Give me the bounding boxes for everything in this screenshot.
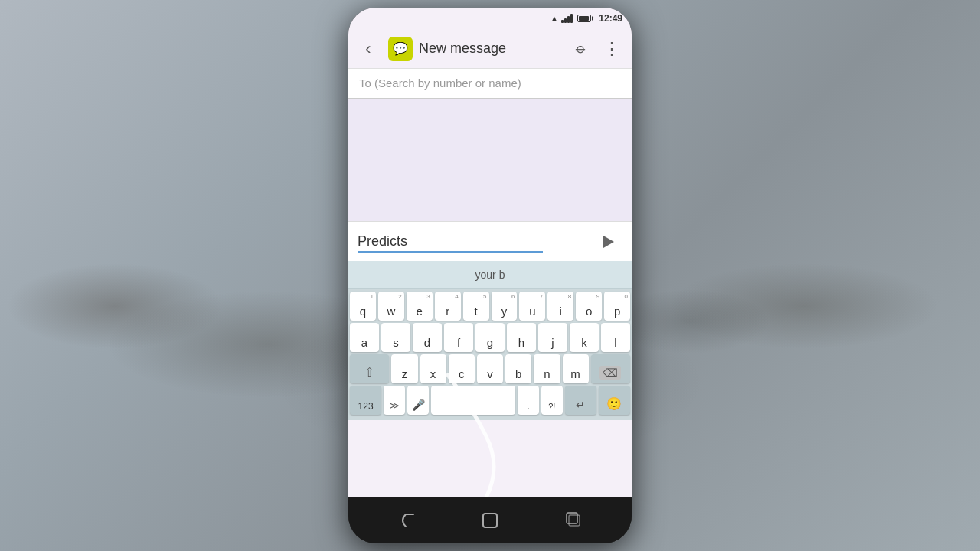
keyboard: 1q 2w 3e 4r 5t 6y 7u 8i 9o 0p a s d f g … [348,289,632,420]
mic-key[interactable]: 🎤 [407,386,429,415]
svg-rect-2 [569,515,580,526]
key-q[interactable]: 1q [350,292,376,321]
key-z[interactable]: z [391,354,417,383]
keyboard-row-1: 1q 2w 3e 4r 5t 6y 7u 8i 9o 0p [350,292,630,321]
to-input-placeholder[interactable]: To (Search by number or name) [359,77,521,90]
more-icon: ⋮ [603,41,621,57]
signal-icon [561,14,573,23]
shift-icon: ⇧ [364,365,374,380]
prediction-text: Predicts [358,233,589,249]
key-g[interactable]: g [475,323,505,352]
svg-rect-1 [483,514,497,527]
prediction-text-area: Predicts [358,233,589,249]
send-button[interactable] [595,228,622,256]
question-key[interactable]: ?! [541,386,563,415]
to-field[interactable]: To (Search by number or name) [348,69,632,99]
battery-icon [577,15,591,22]
prediction-underline [358,251,543,253]
back-button[interactable]: ‹ [354,35,382,63]
swype-icon: ≫ [390,400,400,411]
key-h[interactable]: h [507,323,536,352]
app-bar: ‹ 💬 New message ⌀ ⋮ [348,29,632,69]
key-k[interactable]: k [570,323,599,352]
key-p[interactable]: 0p [604,292,630,321]
key-y[interactable]: 6y [492,292,518,321]
nav-back-button[interactable] [390,509,421,532]
swype-key[interactable]: ≫ [384,386,405,415]
suggestion-text: your b [475,269,505,281]
prediction-bar: Predicts [348,221,632,261]
nav-back-icon [395,513,416,528]
symbols-key[interactable]: 123 [350,386,381,415]
key-v[interactable]: v [477,354,503,383]
key-j[interactable]: j [538,323,567,352]
signal-bar-2 [564,18,567,23]
key-c[interactable]: c [449,354,475,383]
app-logo-symbol: 💬 [393,41,408,56]
backspace-key[interactable]: ⌫ [591,354,630,383]
space-key[interactable] [431,386,515,415]
status-icons: ▲ [550,14,591,23]
attach-button[interactable]: ⌀ [567,35,595,63]
shift-key[interactable]: ⇧ [350,354,389,383]
key-t[interactable]: 5t [463,292,489,321]
back-icon: ‹ [365,39,371,59]
nav-recent-button[interactable] [559,509,590,532]
key-m[interactable]: m [563,354,589,383]
keyboard-row-4: 123 ≫ 🎤 . ?! ↵ [350,386,630,415]
signal-bar-1 [561,20,564,23]
key-x[interactable]: x [420,354,446,383]
mic-icon: 🎤 [412,399,425,411]
key-n[interactable]: n [534,354,560,383]
battery-fill [579,16,589,21]
key-a[interactable]: a [350,323,379,352]
key-l[interactable]: l [601,323,630,352]
period-label: . [527,399,530,411]
return-key[interactable]: ↵ [565,386,596,415]
emoji-icon: 🙂 [606,396,622,411]
key-w[interactable]: 2w [378,292,404,321]
nav-bar [348,497,632,543]
keyboard-suggestion-row[interactable]: your b [348,261,632,289]
key-r[interactable]: 4r [435,292,461,321]
svg-rect-3 [567,513,577,523]
key-u[interactable]: 7u [519,292,545,321]
signal-bar-4 [570,14,573,23]
period-key[interactable]: . [518,386,539,415]
phone-shell: ▲ 12:49 ‹ 💬 [348,8,632,543]
backspace-icon: ⌫ [599,366,621,380]
symbols-label: 123 [358,402,374,411]
phone-screen: ▲ 12:49 ‹ 💬 [348,8,632,497]
nav-home-button[interactable] [475,509,505,532]
key-f[interactable]: f [444,323,473,352]
app-bar-actions: ⌀ ⋮ [567,35,626,63]
keyboard-row-2: a s d f g h j k l [350,323,630,352]
key-b[interactable]: b [505,354,531,383]
status-time: 12:49 [599,13,622,24]
more-button[interactable]: ⋮ [598,35,626,63]
paperclip-icon: ⌀ [572,40,590,57]
wifi-icon: ▲ [550,14,558,23]
send-arrow-icon [603,236,614,248]
emoji-key[interactable]: 🙂 [599,386,630,415]
return-icon: ↵ [576,399,585,411]
key-d[interactable]: d [413,323,442,352]
app-logo-icon: 💬 [388,37,413,61]
status-bar: ▲ 12:49 [348,8,632,29]
key-s[interactable]: s [381,323,410,352]
message-body[interactable] [348,99,632,221]
key-o[interactable]: 9o [576,292,602,321]
keyboard-row-3: ⇧ z x c v b n m ⌫ [350,354,630,383]
nav-recent-icon [565,511,583,530]
signal-bar-3 [567,16,570,23]
key-e[interactable]: 3e [407,292,433,321]
nav-home-icon [481,511,499,530]
question-label: ?! [548,403,555,411]
key-i[interactable]: 8i [547,292,573,321]
app-title: New message [419,41,561,57]
